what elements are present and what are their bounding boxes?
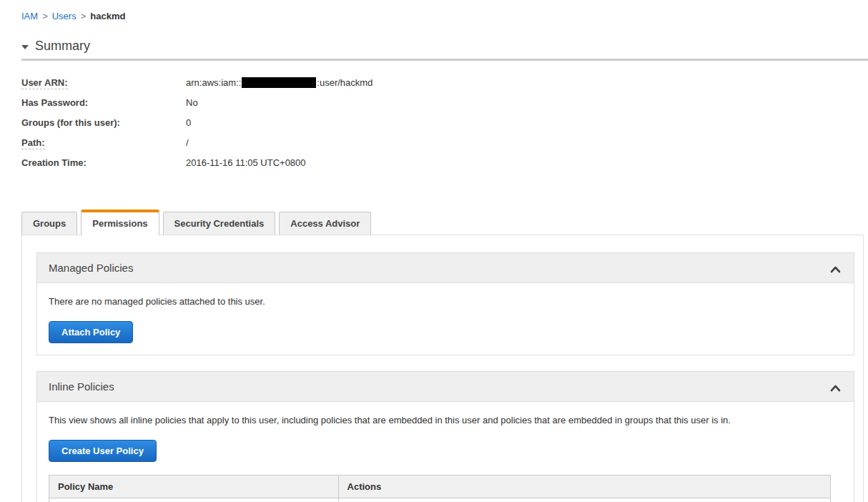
triangle-down-icon [21,45,29,49]
summary-section-header[interactable]: Summary [21,39,868,54]
inline-policies-table: Policy Name Actions policygen-hackmd-201… [49,475,831,502]
managed-policies-section: Managed Policies There are no managed po… [36,252,854,355]
breadcrumb-link-users[interactable]: Users [52,11,77,21]
path-label: Path: [21,137,186,148]
chevron-up-icon[interactable] [830,263,841,275]
breadcrumb-separator: > [81,11,87,21]
field-row-user-arn: User ARN: arn:aws:iam:::user/hackmd [21,72,868,92]
actions-column-header: Actions [338,476,831,498]
breadcrumb-separator: > [42,11,48,21]
table-header-row: Policy Name Actions [49,476,831,498]
field-row-groups: Groups (for this user): 0 [21,112,868,132]
attach-policy-button[interactable]: Attach Policy [49,321,133,343]
field-row-creation-time: Creation Time: 2016-11-16 11:05 UTC+0800 [21,152,868,172]
policy-name-column-header: Policy Name [49,476,339,498]
has-password-label: Has Password: [21,97,186,108]
field-row-path: Path: / [21,132,868,152]
tab-permissions[interactable]: Permissions [81,210,159,235]
groups-value: 0 [186,117,191,128]
policy-name-cell: policygen-hackmd-201611161111 [49,498,339,502]
field-row-has-password: Has Password: No [21,92,868,112]
has-password-value: No [186,97,198,108]
actions-cell: Show Policy|Edit Policy|Remove Policy|Si… [338,498,831,502]
breadcrumb: IAM>Users>hackmd [0,0,868,21]
table-row: policygen-hackmd-201611161111 Show Polic… [49,498,831,502]
inline-policies-body: This view shows all inline policies that… [37,402,854,502]
tab-access-advisor[interactable]: Access Advisor [279,212,371,235]
breadcrumb-current-user: hackmd [90,11,125,21]
creation-time-label: Creation Time: [21,157,186,168]
inline-policies-section: Inline Policies This view shows all inli… [36,371,854,502]
managed-policies-empty-text: There are no managed policies attached t… [49,296,842,307]
redacted-account-id [242,77,316,88]
create-user-policy-button[interactable]: Create User Policy [49,440,157,462]
tab-bar: Groups Permissions Security Credentials … [21,210,868,235]
summary-fields: User ARN: arn:aws:iam:::user/hackmd Has … [21,72,868,172]
tab-groups[interactable]: Groups [21,212,77,235]
permissions-tab-panel: Managed Policies There are no managed po… [21,235,864,502]
managed-policies-header[interactable]: Managed Policies [37,253,854,283]
user-arn-label: User ARN: [21,77,186,88]
managed-policies-body: There are no managed policies attached t… [37,283,854,355]
chevron-up-icon[interactable] [830,382,841,394]
groups-label: Groups (for this user): [21,117,186,128]
user-arn-value: arn:aws:iam:::user/hackmd [186,77,373,88]
iam-user-detail-page: IAM>Users>hackmd Summary User ARN: arn:a… [0,0,868,502]
creation-time-value: 2016-11-16 11:05 UTC+0800 [186,157,306,168]
tab-security-credentials[interactable]: Security Credentials [163,212,276,235]
summary-divider [21,59,868,61]
path-value: / [186,137,189,148]
summary-title: Summary [35,39,90,54]
inline-policies-description: This view shows all inline policies that… [49,415,842,425]
breadcrumb-link-iam[interactable]: IAM [21,11,38,21]
managed-policies-title: Managed Policies [49,262,133,274]
inline-policies-title: Inline Policies [49,380,114,393]
inline-policies-header[interactable]: Inline Policies [37,372,854,402]
